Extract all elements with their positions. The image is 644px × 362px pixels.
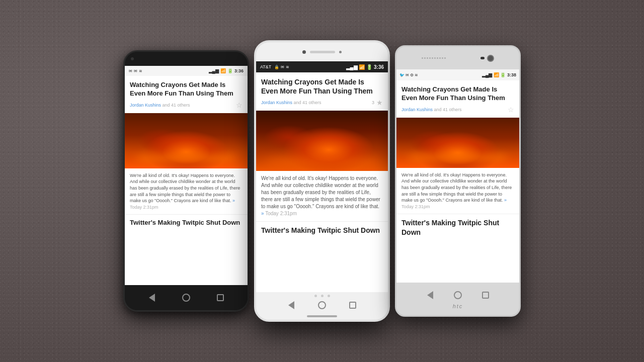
signal-icon: ≋	[139, 69, 142, 73]
time-display-right: 3:38	[507, 72, 516, 77]
author-left: Jordan Kushins	[130, 103, 161, 108]
author-suffix-left: and 41 others	[163, 103, 190, 108]
home-button-left[interactable]	[180, 292, 192, 304]
article-body-left: We're all kind of old. It's okay! Happen…	[125, 168, 248, 215]
top-sensors-right	[480, 55, 494, 62]
phone-right-screen: Watching Crayons Get Made Is Even More F…	[396, 80, 519, 283]
star-icon-center[interactable]: ★	[376, 99, 383, 107]
share-count-center: 3	[372, 100, 374, 105]
mail-icon: ✉	[129, 69, 132, 73]
nav-dots-center	[314, 295, 330, 297]
phone-center-status-bar: AT&T 🔒 ✉ ≋ ▂▄▆ 📶 🔋 3:36	[256, 61, 388, 72]
phone-left: ✉ ✉ ≋ ▂▄▆ 📶 🔋 3:36 Watching Crayons Get …	[123, 50, 249, 312]
signal-bars-c: ▂▄▆	[346, 64, 358, 70]
article-meta-left: Jordan Kushins and 41 others ☆	[125, 101, 248, 113]
article-title-left: Watching Crayons Get Made Is Even More F…	[125, 76, 248, 101]
next-article-left: Twitter's Making Twitpic Shut Down	[125, 214, 248, 231]
battery-icon-c: 🔋	[366, 64, 372, 70]
article-image-center	[256, 111, 388, 171]
timestamp-left: Today 2:31pm	[130, 205, 158, 210]
back-button-left[interactable]	[146, 292, 158, 304]
crayon-machine-left	[125, 113, 248, 168]
settings-icon-r: ⚙	[410, 73, 414, 77]
sd10	[444, 57, 446, 59]
back-icon-center	[288, 301, 294, 309]
recents-button-left[interactable]	[214, 292, 226, 304]
read-more-center[interactable]: »	[261, 211, 265, 216]
camera-module-right	[487, 55, 494, 62]
signal-bars-icon: ▂▄▆	[209, 68, 219, 73]
article-body-right: We're all kind of old. It's okay! Happen…	[396, 168, 519, 214]
sd7	[437, 57, 438, 59]
recents-button-right[interactable]	[479, 289, 492, 301]
article-image-left	[125, 113, 248, 168]
battery-icon-r: 🔋	[500, 72, 506, 77]
recents-icon-right	[482, 292, 489, 299]
signal-icon-c: ≋	[286, 65, 289, 69]
battery-icon: 🔋	[227, 68, 233, 73]
home-icon-right	[454, 291, 462, 299]
article-meta-right: Jordan Kushins and 41 others ☆	[396, 106, 519, 118]
phone-center-top	[256, 42, 388, 61]
phone-center-nav	[256, 292, 388, 320]
phone-center: AT&T 🔒 ✉ ≋ ▂▄▆ 📶 🔋 3:36 Watching Crayons…	[254, 40, 390, 322]
speaker-grille-right	[422, 57, 446, 59]
phone-left-status-bar: ✉ ✉ ≋ ▂▄▆ 📶 🔋 3:36	[125, 66, 248, 76]
mail2-icon: ✉	[134, 69, 137, 73]
light-sensor-center	[339, 51, 342, 53]
sd9	[442, 57, 443, 59]
bottom-nav-right	[407, 289, 509, 301]
camera-dot	[131, 57, 134, 60]
mail-icon-c: ✉	[281, 65, 284, 69]
status-icons-right: 🐦 ✉ ⚙ ≋	[399, 73, 418, 77]
signal-icon-r: ≋	[415, 73, 418, 77]
recents-button-center[interactable]	[347, 299, 359, 311]
phone-center-screen: Watching Crayons Get Made Is Even More F…	[256, 72, 388, 292]
time-display-center: 3:36	[374, 64, 384, 70]
status-icons-left: ✉ ✉ ≋	[129, 69, 142, 73]
status-icons-center: AT&T 🔒 ✉ ≋	[260, 64, 289, 69]
status-time-center: ▂▄▆ 📶 🔋 3:36	[346, 64, 384, 70]
phone-left-screen: Watching Crayons Get Made Is Even More F…	[125, 76, 248, 285]
home-icon-center	[318, 301, 326, 309]
sd8	[439, 57, 441, 59]
crayon-machine-center	[256, 111, 388, 171]
phone-right: 🐦 ✉ ⚙ ≋ ▂▄▆ 📶 🔋 3:38 Watching Crayons Ge…	[395, 45, 521, 317]
read-more-left[interactable]: »	[232, 198, 235, 203]
sd2	[424, 57, 426, 59]
status-time: ▂▄▆ 📶 🔋 3:36	[209, 68, 244, 73]
author-suffix-center: and 41 others	[294, 100, 321, 105]
star-icon-left[interactable]: ☆	[236, 101, 243, 109]
author-right: Jordan Kushins	[401, 107, 433, 112]
star-icon-right[interactable]: ☆	[508, 106, 514, 114]
home-button-center[interactable]	[316, 299, 328, 311]
back-button-right[interactable]	[424, 289, 436, 301]
phone-right-top	[396, 47, 519, 69]
bottom-nav-center	[266, 299, 378, 311]
home-bar-center	[307, 315, 337, 317]
home-icon-left	[182, 294, 190, 302]
back-icon-left	[149, 294, 155, 302]
time-display: 3:36	[234, 68, 244, 73]
article-title-right: Watching Crayons Get Made Is Even More F…	[396, 80, 519, 106]
article-image-right	[396, 118, 519, 168]
htc-label: htc	[453, 303, 463, 309]
nav-dot-right	[328, 295, 330, 297]
recents-icon-left	[217, 294, 224, 301]
body-text-right: We're all kind of old. It's okay! Happen…	[401, 172, 512, 203]
carrier-center: AT&T	[260, 64, 271, 69]
recents-icon-center	[349, 302, 356, 309]
sd4	[429, 57, 431, 59]
next-article-right: Twitter's Making Twitpic Shut Down	[396, 214, 519, 240]
next-article-center: Twitter's Making Twitpic Shut Down	[256, 221, 388, 239]
phone-left-nav	[125, 285, 248, 310]
signal-bars-r: ▂▄▆	[482, 72, 492, 77]
phone-left-top	[125, 52, 248, 66]
home-button-right[interactable]	[452, 289, 464, 301]
read-more-right[interactable]: »	[504, 198, 507, 203]
back-button-center[interactable]	[285, 299, 297, 311]
author-center: Jordan Kushins	[261, 100, 292, 105]
article-meta-center: Jordan Kushins and 41 others 3 ★	[256, 99, 388, 111]
status-time-right: ▂▄▆ 📶 🔋 3:38	[482, 72, 516, 77]
article-title-center: Watching Crayons Get Made Is Even More F…	[256, 72, 388, 99]
